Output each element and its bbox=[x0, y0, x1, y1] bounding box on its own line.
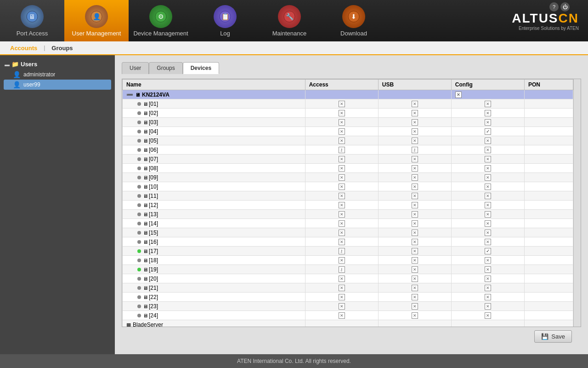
sidebar-item-administrator[interactable]: 👤 administrator bbox=[4, 69, 111, 80]
nav-port-access[interactable]: 🖥 Port Access bbox=[0, 0, 64, 41]
scrollbar[interactable] bbox=[573, 79, 581, 327]
table-row: 🖥[22]✕✕✕ bbox=[123, 293, 573, 302]
logo: ALTUSCN bbox=[512, 11, 579, 26]
svg-text:📋: 📋 bbox=[221, 13, 230, 21]
table-row: 🖥[23]✕✕✕ bbox=[123, 302, 573, 311]
help-icon[interactable]: ? bbox=[549, 2, 559, 12]
device-name: KN2124VA bbox=[142, 92, 170, 98]
nav-log-label: Log bbox=[220, 30, 230, 37]
nav-user-management[interactable]: 👤 User Management bbox=[64, 0, 129, 41]
table-row: 🖥[12]✕✕✕ bbox=[123, 201, 573, 210]
admin-icon: 👤 bbox=[13, 71, 21, 78]
sidebar-admin-label: administrator bbox=[23, 71, 55, 78]
port-access-icon: 🖥 bbox=[21, 5, 44, 28]
users-folder-icon: 📁 bbox=[11, 61, 19, 68]
power-icon[interactable]: ⏻ bbox=[560, 2, 570, 12]
nav-device-management-label: Device Management bbox=[133, 30, 188, 37]
save-label: Save bbox=[551, 333, 565, 340]
nav-maintenance-label: Maintenance bbox=[272, 30, 306, 37]
sidebar-header: ▬ 📁 Users bbox=[4, 59, 111, 69]
sub-tabs: User Groups Devices bbox=[122, 62, 581, 74]
devices-table-wrapper[interactable]: Name Access USB Config PON ➖🖥KN2124VA✕🖥[… bbox=[122, 79, 573, 327]
table-row: 🖥[09]✕✕✕ bbox=[123, 173, 573, 182]
svg-text:🔧: 🔧 bbox=[286, 13, 294, 21]
table-row: 🖥[05]✕✕✕ bbox=[123, 136, 573, 145]
subtab-devices[interactable]: Devices bbox=[183, 62, 219, 74]
nav-user-management-label: User Management bbox=[72, 30, 121, 37]
nav-download[interactable]: ⬇ Download bbox=[322, 0, 386, 41]
devices-table: Name Access USB Config PON ➖🖥KN2124VA✕🖥[… bbox=[122, 79, 573, 327]
table-row: 🖥[15]✕✕✕ bbox=[123, 228, 573, 237]
device-management-icon: ⚙ bbox=[149, 5, 172, 28]
sidebar: ▬ 📁 Users 👤 administrator 👤 user99 bbox=[0, 55, 115, 354]
table-row: 🖥[19]⚷✕✕ bbox=[123, 265, 573, 274]
table-row: 🖥[02]✕✕✕ bbox=[123, 109, 573, 118]
svg-text:⚙: ⚙ bbox=[158, 13, 164, 20]
collapse-icon[interactable]: ▬ bbox=[5, 62, 10, 67]
log-icon: 📋 bbox=[214, 5, 237, 28]
col-header-config: Config bbox=[451, 80, 524, 90]
sidebar-user99-label: user99 bbox=[23, 81, 40, 88]
col-header-usb: USB bbox=[378, 80, 451, 90]
main-content: ▬ 📁 Users 👤 administrator 👤 user99 User … bbox=[0, 55, 588, 354]
col-header-pon: PON bbox=[524, 80, 573, 90]
col-header-access: Access bbox=[305, 80, 378, 90]
table-row: 🖥[17]⚷✕✓ bbox=[123, 247, 573, 256]
tab-separator: | bbox=[44, 45, 45, 51]
svg-text:👤: 👤 bbox=[93, 13, 101, 21]
user-icon: 👤 bbox=[13, 81, 21, 88]
footer-text: ATEN International Co. Ltd. All rights r… bbox=[237, 358, 351, 364]
table-row: 🖥[04]✕✕✓ bbox=[123, 127, 573, 136]
table-row: 🖥[14]✕✕✕ bbox=[123, 219, 573, 228]
svg-text:⬇: ⬇ bbox=[351, 13, 356, 20]
svg-text:🖥: 🖥 bbox=[29, 13, 35, 20]
table-row: 🖥[24]✕✕✕ bbox=[123, 311, 573, 320]
table-row: 🖥[20]✕✕✕ bbox=[123, 274, 573, 283]
logo-area: ? ⏻ ALTUSCN Enterprise Solutions by ATEN bbox=[512, 0, 579, 41]
sidebar-item-user99[interactable]: 👤 user99 bbox=[4, 80, 111, 90]
user-management-icon: 👤 bbox=[85, 5, 108, 28]
nav-device-management[interactable]: ⚙ Device Management bbox=[129, 0, 193, 41]
table-row: 🖥[08]✕✕✕ bbox=[123, 164, 573, 173]
table-row: 🖥[07]✕✕✕ bbox=[123, 155, 573, 164]
table-row: 🖥[10]✕✕✕ bbox=[123, 182, 573, 191]
save-area: 💾 Save bbox=[122, 327, 581, 345]
tab-groups[interactable]: Groups bbox=[46, 42, 78, 54]
subtab-user[interactable]: User bbox=[122, 62, 149, 74]
table-row: 🖥[11]✕✕✕ bbox=[123, 191, 573, 201]
table-row: ➖🖥KN2124VA✕ bbox=[123, 90, 573, 99]
subtab-groups[interactable]: Groups bbox=[149, 62, 182, 74]
table-row: 🖥[18]✕✕✕ bbox=[123, 256, 573, 265]
top-navigation: 🖥 Port Access 👤 User Management ⚙ Device… bbox=[0, 0, 588, 41]
device-expand-btn[interactable]: ➖ bbox=[126, 92, 133, 98]
table-row: 🖥[21]✕✕✕ bbox=[123, 283, 573, 293]
tab-bar: Accounts | Groups bbox=[0, 41, 588, 55]
table-row: 🖥[03]✕✕✕ bbox=[123, 118, 573, 127]
save-icon: 💾 bbox=[541, 333, 548, 340]
devices-container: Name Access USB Config PON ➖🖥KN2124VA✕🖥[… bbox=[122, 79, 581, 327]
nav-log[interactable]: 📋 Log bbox=[193, 0, 257, 41]
col-header-name: Name bbox=[123, 80, 305, 90]
right-panel: User Groups Devices Name Access USB Conf… bbox=[115, 55, 588, 354]
table-row: 🖥[13]✕✕✕ bbox=[123, 210, 573, 219]
table-row: 🖥[06]⚷⚷✕ bbox=[123, 145, 573, 155]
save-button[interactable]: 💾 Save bbox=[534, 330, 572, 343]
maintenance-icon: 🔧 bbox=[278, 5, 301, 28]
table-row: 🖥[16]✕✕✕ bbox=[123, 237, 573, 247]
nav-maintenance[interactable]: 🔧 Maintenance bbox=[257, 0, 322, 41]
tab-accounts[interactable]: Accounts bbox=[5, 42, 43, 54]
logo-subtitle: Enterprise Solutions by ATEN bbox=[519, 26, 579, 31]
download-icon: ⬇ bbox=[342, 5, 365, 28]
footer: ATEN International Co. Ltd. All rights r… bbox=[0, 354, 588, 368]
sidebar-users-label: Users bbox=[21, 61, 37, 68]
table-row: 🖥[01]✕✕✕ bbox=[123, 99, 573, 109]
nav-download-label: Download bbox=[340, 30, 367, 37]
table-row: ▦BladeServer bbox=[123, 320, 573, 327]
nav-port-access-label: Port Access bbox=[17, 30, 48, 37]
